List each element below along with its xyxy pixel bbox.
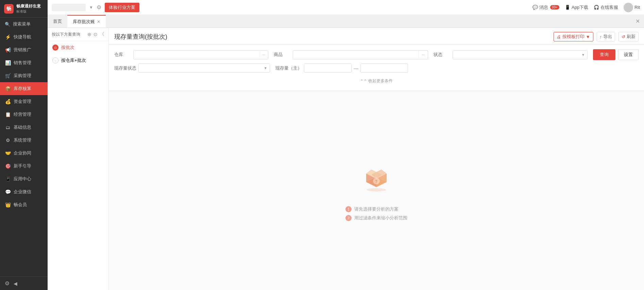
empty-tips: 1 请先选择要分析的方案 2 用过滤条件来缩小分析范围 xyxy=(345,206,407,221)
sidebar-item-basic[interactable]: 🗂 基础信息 xyxy=(0,121,48,134)
settings-icon[interactable]: ⚙ xyxy=(5,280,10,287)
goods-input[interactable] xyxy=(293,51,419,59)
print-btn[interactable]: 🖨 按模板打印 ▼ xyxy=(554,32,593,41)
stock-amount-max-input[interactable] xyxy=(360,64,408,73)
system-icon: ⚙ xyxy=(5,137,11,143)
business-icon: 📋 xyxy=(5,111,11,117)
messages-badge: 99+ xyxy=(550,5,559,10)
sidebar-item-label: 系统管理 xyxy=(14,137,31,143)
collapse-sidebar-icon[interactable]: ◀ xyxy=(14,281,17,286)
tabbar: 首页 库存批次账 ✕ ✕ xyxy=(48,15,644,28)
collapse-scheme-icon[interactable]: 《 xyxy=(100,31,104,37)
app-download-btn[interactable]: 📱 App下载 xyxy=(565,4,588,11)
scheme-panel-title: 按以下方案查询 xyxy=(52,32,80,37)
close-all-tabs-icon[interactable]: ✕ xyxy=(635,18,640,24)
collapse-more-btn[interactable]: ⌃⌃ 收起更多条件 xyxy=(114,76,639,86)
collapse-up-icon: ⌃⌃ xyxy=(360,79,367,84)
quick-nav-icon: ⚡ xyxy=(5,34,11,40)
sidebar-item-appstore[interactable]: 📱 应用中心 xyxy=(0,173,48,185)
sidebar-item-inventory[interactable]: 📦 库存核算 xyxy=(0,82,48,95)
topbar-gear-icon[interactable]: ⚙ xyxy=(97,4,101,11)
app-subtitle: 标准版 xyxy=(16,9,41,14)
headset-icon: 🎧 xyxy=(594,5,599,10)
scheme-dot-batch: ⊙ xyxy=(52,44,58,51)
goods-more-btn[interactable]: ··· xyxy=(419,51,427,58)
add-scheme-icon[interactable]: ⊕ xyxy=(87,32,91,37)
sidebar-item-label: 营销推广 xyxy=(14,47,31,53)
page-header: 现存量查询(按批次) 🖨 按模板打印 ▼ ↑ 导出 ↺ 刷新 xyxy=(109,28,644,44)
warehouse-more-btn[interactable]: ··· xyxy=(259,51,268,58)
goods-filter: 商品 ··· xyxy=(274,50,428,59)
settings-scheme-icon[interactable]: ⊙ xyxy=(94,32,98,37)
sidebar-item-wechat[interactable]: 💬 企业微信 xyxy=(0,185,48,198)
sidebar-item-sales[interactable]: 📊 销售管理 xyxy=(0,56,48,69)
online-service-btn[interactable]: 🎧 在线客服 xyxy=(594,4,618,11)
sidebar-item-label: 资金管理 xyxy=(14,98,31,105)
search-menu[interactable]: 🔍 搜索菜单 xyxy=(0,18,48,31)
stock-amount-min-input[interactable] xyxy=(304,64,352,73)
sidebar-item-business[interactable]: 📋 经营管理 xyxy=(0,108,48,121)
messages-btn[interactable]: 💬 消息 99+ xyxy=(532,4,559,11)
sidebar-item-label: 畅会员 xyxy=(14,202,27,208)
sidebar-item-guide[interactable]: 🎯 新手引导 xyxy=(0,160,48,173)
filter-settings-btn[interactable]: 设置 xyxy=(618,49,639,60)
tab-home[interactable]: 首页 xyxy=(48,15,67,28)
avatar xyxy=(624,3,633,12)
sidebar-item-member[interactable]: 👑 畅会员 xyxy=(0,198,48,211)
sidebar-item-label: 采购管理 xyxy=(14,73,31,79)
refresh-btn[interactable]: ↺ 刷新 xyxy=(618,32,639,41)
print-dropdown-icon[interactable]: ▼ xyxy=(586,34,590,39)
tab-inventory-batch[interactable]: 库存批次账 ✕ xyxy=(67,15,106,28)
inventory-icon: 📦 xyxy=(5,86,11,92)
tab-home-label: 首页 xyxy=(53,18,62,24)
filter-area: 仓库 ··· 商品 ··· 状态 xyxy=(109,44,644,91)
sidebar-item-label: 库存核算 xyxy=(14,86,31,92)
member-icon: 👑 xyxy=(5,202,11,208)
sidebar-item-purchase[interactable]: 🛒 采购管理 xyxy=(0,69,48,82)
enterprise-icon: 🤝 xyxy=(5,150,11,156)
search-label: 搜索菜单 xyxy=(13,21,31,27)
scheme-item-warehouse-batch-label: 按仓库+批次 xyxy=(61,57,86,64)
phone-icon: 📱 xyxy=(565,5,570,10)
sidebar-item-label: 企业微信 xyxy=(14,189,31,195)
nav-dropdown-icon[interactable]: ▼ xyxy=(89,5,93,10)
export-btn[interactable]: ↑ 导出 xyxy=(597,32,615,41)
stock-status-filter: 现存量状态 ▼ xyxy=(114,64,270,73)
scheme-item-batch[interactable]: ⊙ 按批次 xyxy=(48,41,108,54)
sidebar-item-quick-nav[interactable]: ⚡ 快捷导航 xyxy=(0,31,48,43)
sidebar-item-label: 基础信息 xyxy=(14,124,31,130)
filter-row-1: 仓库 ··· 商品 ··· 状态 xyxy=(114,49,639,60)
sidebar-item-enterprise[interactable]: 🤝 企业协同 xyxy=(0,147,48,160)
username-label: Rit xyxy=(634,5,640,10)
scheme-dot-warehouse-batch: ○ xyxy=(52,57,58,64)
status-select[interactable] xyxy=(453,50,588,59)
stock-amount-filter: 现存量（主） — xyxy=(275,64,431,73)
empty-tip-1: 1 请先选择要分析的方案 xyxy=(345,206,407,212)
sidebar-item-system[interactable]: ⚙ 系统管理 xyxy=(0,134,48,147)
filter-row-2: 现存量状态 ▼ 现存量（主） — xyxy=(114,64,639,73)
experience-btn[interactable]: 体验行业方案 xyxy=(105,3,139,12)
page-header-actions: 🖨 按模板打印 ▼ ↑ 导出 ↺ 刷新 xyxy=(554,32,639,41)
export-icon: ↑ xyxy=(600,34,602,39)
goods-label: 商品 xyxy=(274,52,291,58)
stock-status-select[interactable] xyxy=(138,64,270,73)
warehouse-input[interactable] xyxy=(134,51,259,59)
goods-input-wrap: ··· xyxy=(293,50,428,59)
sidebar-item-label: 快捷导航 xyxy=(14,34,31,40)
tip-num-2: 2 xyxy=(345,215,352,221)
tab-close-icon[interactable]: ✕ xyxy=(97,19,100,24)
sidebar-item-marketing[interactable]: 📢 营销推广 xyxy=(0,43,48,56)
user-area[interactable]: Rit xyxy=(624,3,640,12)
scheme-item-warehouse-batch[interactable]: ○ 按仓库+批次 xyxy=(48,54,108,67)
sidebar-item-finance[interactable]: 💰 资金管理 xyxy=(0,95,48,108)
stock-amount-dash: — xyxy=(354,66,358,71)
content-area: 现存量查询(按批次) 🖨 按模板打印 ▼ ↑ 导出 ↺ 刷新 xyxy=(109,28,644,290)
stock-amount-label: 现存量（主） xyxy=(275,65,302,71)
empty-state: ? 1 请先选择要分析的方案 2 用过滤条件来缩小分析范围 xyxy=(109,91,644,290)
tab-inventory-batch-label: 库存批次账 xyxy=(73,19,95,25)
sidebar-footer: ⚙ ◀ xyxy=(0,276,48,290)
wechat-icon: 💬 xyxy=(5,189,11,195)
nav-breadcrumb-input[interactable] xyxy=(52,4,86,11)
query-btn[interactable]: 查询 xyxy=(593,49,615,60)
guide-icon: 🎯 xyxy=(5,163,11,169)
